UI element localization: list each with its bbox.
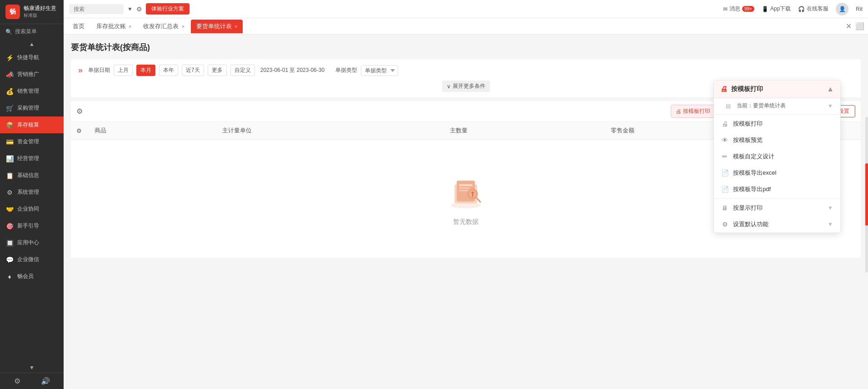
- dropdown-item-export-excel[interactable]: 📄 按模板导出excel: [714, 165, 840, 181]
- type-filter-label: 单据类型: [335, 66, 357, 74]
- sidebar-search[interactable]: 🔍 搜索菜单: [0, 24, 64, 39]
- dropdown-collapse-arrow[interactable]: ▲: [827, 85, 834, 93]
- username-label[interactable]: Rit: [856, 6, 863, 12]
- item-excel-icon: 📄: [721, 169, 728, 177]
- nav-icon-yingyong: 🔲: [5, 239, 14, 247]
- messages-button[interactable]: ✉ 消息 99+: [723, 5, 754, 13]
- sound-footer-icon[interactable]: 🔊: [41, 377, 50, 385]
- close-window-icon[interactable]: ✕: [846, 22, 852, 30]
- tab-close-shoufa[interactable]: ×: [181, 24, 184, 29]
- topbar-search-input[interactable]: [69, 4, 124, 14]
- date-btn-this-month[interactable]: 本月: [136, 65, 155, 76]
- dropdown-print-icon: 🖨: [720, 85, 728, 93]
- sidebar-item-qiye[interactable]: 🤝 企业协同: [0, 201, 64, 217]
- date-btn-this-year[interactable]: 本年: [159, 65, 178, 76]
- sidebar-item-yingyong[interactable]: 🔲 应用中心: [0, 234, 64, 251]
- tab-shoufa[interactable]: 收发存汇总表 ×: [138, 20, 190, 33]
- nav-icon-xitong: ⚙: [5, 189, 14, 196]
- dropdown-item-default-func[interactable]: ⚙ 设置默认功能 ▼: [714, 216, 840, 232]
- table-settings-icon[interactable]: ⚙: [76, 107, 83, 116]
- sidebar-item-jingying[interactable]: 📊 经营管理: [0, 150, 64, 167]
- display-print-arrow: ▼: [828, 205, 833, 211]
- expand-more-button[interactable]: ∨ 展开更多条件: [442, 81, 490, 92]
- svg-rect-3: [459, 184, 473, 186]
- filter-expand-button[interactable]: »: [76, 66, 85, 75]
- nav-icon-xiaoshou: 💰: [5, 88, 14, 95]
- sidebar-item-weixin[interactable]: 💬 企业微信: [0, 251, 64, 268]
- app-download-button[interactable]: 📱 App下载: [762, 5, 791, 13]
- sidebar-item-kuaijie[interactable]: ⚡ 快捷导航: [0, 49, 64, 66]
- content-area: 要货单统计表(按商品) » 单据日期 上月 本月 本年 近7天 更多 自定义 2…: [64, 35, 868, 389]
- empty-text: 暂无数据: [453, 218, 479, 226]
- sidebar-item-yingxiao[interactable]: 📣 营销推广: [0, 66, 64, 83]
- nav-icon-jingying: 📊: [5, 155, 14, 162]
- dropdown-item-display-print[interactable]: 🖥 按显示打印 ▼: [714, 200, 840, 216]
- sidebar-item-xitong[interactable]: ⚙ 系统管理: [0, 184, 64, 201]
- search-icon: 🔍: [5, 29, 12, 35]
- sidebar: 畅 畅康通好生意 标准版 🔍 搜索菜单 ▲ ⚡ 快捷导航 📣 营销推广 💰 销售…: [0, 0, 64, 389]
- item-print-icon: 🖨: [721, 120, 728, 127]
- date-btn-last-month[interactable]: 上月: [114, 65, 133, 76]
- dropdown-item-custom-design[interactable]: ✏ 模板自定义设计: [714, 148, 840, 165]
- scroll-thumb: [865, 163, 868, 226]
- current-template-icon: ▤: [726, 103, 732, 109]
- tab-home[interactable]: 首页: [67, 20, 90, 33]
- item-pdf-icon: 📄: [721, 186, 728, 193]
- nav-icon-kuaijie: ⚡: [5, 54, 14, 61]
- sidebar-scroll-down[interactable]: ▼: [0, 363, 64, 373]
- svg-rect-4: [459, 187, 469, 189]
- date-btn-7-days[interactable]: 近7天: [182, 65, 204, 76]
- sidebar-item-caigou[interactable]: 🛒 采购管理: [0, 100, 64, 116]
- print-icon: 🖨: [676, 108, 681, 115]
- trial-button[interactable]: 体验行业方案: [146, 3, 190, 15]
- th-quantity: 主数量: [444, 122, 605, 140]
- online-service-button[interactable]: 🎧 在线客服: [798, 5, 828, 13]
- nav-icon-caigou: 🛒: [5, 105, 14, 112]
- topbar-gear-icon[interactable]: ⚙: [136, 5, 142, 13]
- message-icon: ✉: [723, 6, 728, 12]
- nav-icon-xinshou: 🎯: [5, 222, 14, 230]
- sidebar-item-kucun[interactable]: 📦 库存核算: [0, 116, 64, 133]
- dropdown-item-preview[interactable]: 👁 按模板预览: [714, 132, 840, 148]
- user-avatar[interactable]: 👤: [836, 3, 848, 15]
- print-dropdown-menu: 🖨 按模板打印 ▲ ▤ 当前：要货单统计表 ▼ 🖨 按模板打印 👁 按模板预览: [713, 80, 841, 233]
- nav-icon-yingxiao: 📣: [5, 71, 14, 78]
- dropdown-item-print[interactable]: 🖨 按模板打印: [714, 116, 840, 132]
- item-custom-icon: ✏: [721, 153, 728, 160]
- scroll-indicator[interactable]: [865, 117, 868, 273]
- empty-illustration: [443, 172, 489, 212]
- print-template-button[interactable]: 🖨 按模板打印: [671, 105, 715, 117]
- download-icon: 📱: [762, 6, 768, 12]
- date-btn-more[interactable]: 更多: [208, 65, 227, 76]
- th-unit: 主计量单位: [217, 122, 444, 140]
- expand-more-icon: ∨: [447, 83, 451, 90]
- messages-badge: 99+: [742, 6, 754, 12]
- sidebar-item-xiaoshou[interactable]: 💰 销售管理: [0, 83, 64, 100]
- sidebar-item-xinshou[interactable]: 🎯 新手引导: [0, 217, 64, 234]
- nav-icon-weixin: 💬: [5, 256, 14, 263]
- tab-kucun[interactable]: 库存批次账 ×: [91, 20, 137, 33]
- settings-footer-icon[interactable]: ⚙: [14, 377, 20, 385]
- sidebar-scroll-up[interactable]: ▲: [0, 39, 64, 49]
- tab-yaohuo[interactable]: 要货单统计表 ×: [191, 20, 243, 33]
- logo-icon: 畅: [5, 5, 20, 19]
- sidebar-item-jichu[interactable]: 📋 基础信息: [0, 167, 64, 184]
- app-name: 畅康通好生意: [24, 5, 56, 12]
- nav-icon-jichu: 📋: [5, 172, 14, 179]
- th-product: 商品: [89, 122, 217, 140]
- svg-point-9: [472, 192, 474, 194]
- dropdown-item-export-pdf[interactable]: 📄 按模板导出pdf: [714, 181, 840, 197]
- sidebar-item-zijin[interactable]: 💳 资金管理: [0, 133, 64, 150]
- th-checkbox: ⚙: [71, 122, 89, 140]
- topbar-dropdown-icon[interactable]: ▼: [127, 6, 133, 12]
- type-filter-select[interactable]: 单据类型: [361, 65, 398, 76]
- header-gear-icon[interactable]: ⚙: [76, 127, 82, 134]
- app-logo: 畅 畅康通好生意 标准版: [0, 0, 64, 24]
- date-btn-custom[interactable]: 自定义: [230, 65, 255, 76]
- tab-close-yaohuo[interactable]: ×: [234, 24, 237, 29]
- item-default-icon: ⚙: [721, 221, 728, 228]
- dropdown-current-template[interactable]: ▤ 当前：要货单统计表 ▼: [714, 98, 840, 113]
- sidebar-item-huiyuan[interactable]: ♦ 畅会员: [0, 268, 64, 285]
- maximize-window-icon[interactable]: ⬜: [855, 22, 864, 30]
- tab-close-kucun[interactable]: ×: [129, 24, 131, 29]
